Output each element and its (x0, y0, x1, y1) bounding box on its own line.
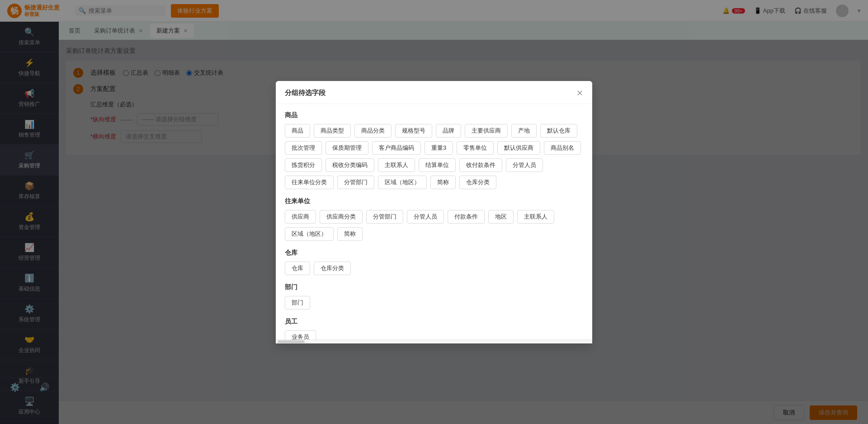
field-tag-0-25[interactable]: 仓库分类 (459, 176, 496, 189)
field-tag-0-16[interactable]: 税收分类编码 (326, 158, 374, 172)
field-tags-3: 部门 (285, 296, 583, 310)
field-tag-1-7[interactable]: 区域（地区） (285, 227, 334, 241)
field-tag-1-6[interactable]: 主联系人 (517, 210, 554, 224)
field-tag-0-18[interactable]: 结算单位 (419, 158, 456, 172)
field-tag-0-19[interactable]: 收付款条件 (459, 158, 502, 172)
field-tag-4-0[interactable]: 业务员 (285, 330, 316, 340)
hscroll-thumb (278, 340, 305, 343)
modal-box: 分组待选字段 ✕ 商品商品商品类型商品分类规格型号品牌主要供应商产地默认仓库批次… (276, 81, 592, 343)
field-tags-2: 仓库仓库分类 (285, 262, 583, 275)
field-tag-0-5[interactable]: 主要供应商 (465, 124, 508, 138)
field-tag-0-11[interactable]: 重量3 (425, 141, 453, 155)
field-group-3: 部门部门 (285, 283, 583, 310)
field-tag-1-2[interactable]: 分管部门 (366, 210, 403, 224)
field-tag-0-10[interactable]: 客户商品编码 (372, 141, 421, 155)
field-group-title-2: 仓库 (285, 249, 583, 257)
field-tag-0-6[interactable]: 产地 (511, 124, 537, 138)
field-tag-0-24[interactable]: 简称 (430, 176, 456, 189)
field-tag-1-1[interactable]: 供应商分类 (320, 210, 363, 224)
field-tag-0-12[interactable]: 零售单位 (457, 141, 494, 155)
modal-overlay: 分组待选字段 ✕ 商品商品商品类型商品分类规格型号品牌主要供应商产地默认仓库批次… (0, 0, 868, 424)
field-tags-4: 业务员 (285, 330, 583, 340)
field-group-2: 仓库仓库仓库分类 (285, 249, 583, 275)
field-tag-0-2[interactable]: 商品分类 (354, 124, 392, 138)
field-group-title-0: 商品 (285, 111, 583, 119)
field-tag-2-1[interactable]: 仓库分类 (314, 262, 351, 275)
field-group-title-1: 往来单位 (285, 197, 583, 205)
field-group-title-3: 部门 (285, 283, 583, 291)
field-tag-1-0[interactable]: 供应商 (285, 210, 316, 224)
modal-header: 分组待选字段 ✕ (276, 81, 592, 104)
field-tag-0-17[interactable]: 主联系人 (378, 158, 415, 172)
field-tags-1: 供应商供应商分类分管部门分管人员付款条件地区主联系人区域（地区）简称 (285, 210, 583, 241)
field-tag-0-8[interactable]: 批次管理 (285, 141, 322, 155)
modal-title: 分组待选字段 (285, 89, 326, 97)
field-tag-1-5[interactable]: 地区 (488, 210, 514, 224)
modal-body: 商品商品商品类型商品分类规格型号品牌主要供应商产地默认仓库批次管理保质期管理客户… (276, 104, 592, 340)
field-tag-0-9[interactable]: 保质期管理 (326, 141, 368, 155)
field-tag-0-0[interactable]: 商品 (285, 124, 310, 138)
field-tag-0-21[interactable]: 往来单位分类 (285, 176, 334, 189)
field-tags-0: 商品商品类型商品分类规格型号品牌主要供应商产地默认仓库批次管理保质期管理客户商品… (285, 124, 583, 189)
field-group-1: 往来单位供应商供应商分类分管部门分管人员付款条件地区主联系人区域（地区）简称 (285, 197, 583, 241)
field-tag-1-4[interactable]: 付款条件 (448, 210, 485, 224)
field-tag-0-14[interactable]: 商品别名 (544, 141, 581, 155)
field-tag-1-3[interactable]: 分管人员 (407, 210, 444, 224)
field-tag-0-1[interactable]: 商品类型 (314, 124, 351, 138)
field-tag-0-4[interactable]: 品牌 (436, 124, 461, 138)
field-tag-0-15[interactable]: 拣货积分 (285, 158, 322, 172)
field-tag-2-0[interactable]: 仓库 (285, 262, 310, 275)
field-tag-0-3[interactable]: 规格型号 (395, 124, 432, 138)
field-group-0: 商品商品商品类型商品分类规格型号品牌主要供应商产地默认仓库批次管理保质期管理客户… (285, 111, 583, 189)
field-tag-0-23[interactable]: 区域（地区） (378, 176, 427, 189)
field-tag-0-7[interactable]: 默认仓库 (540, 124, 577, 138)
field-tag-0-22[interactable]: 分管部门 (337, 176, 374, 189)
field-tag-0-13[interactable]: 默认供应商 (497, 141, 540, 155)
field-group-4: 员工业务员 (285, 318, 583, 340)
modal-horizontal-scrollbar[interactable] (276, 339, 592, 343)
field-tag-3-0[interactable]: 部门 (285, 296, 310, 310)
modal-close-button[interactable]: ✕ (576, 88, 583, 98)
field-tag-1-8[interactable]: 简称 (337, 227, 363, 241)
field-tag-0-20[interactable]: 分管人员 (506, 158, 543, 172)
field-group-title-4: 员工 (285, 318, 583, 326)
